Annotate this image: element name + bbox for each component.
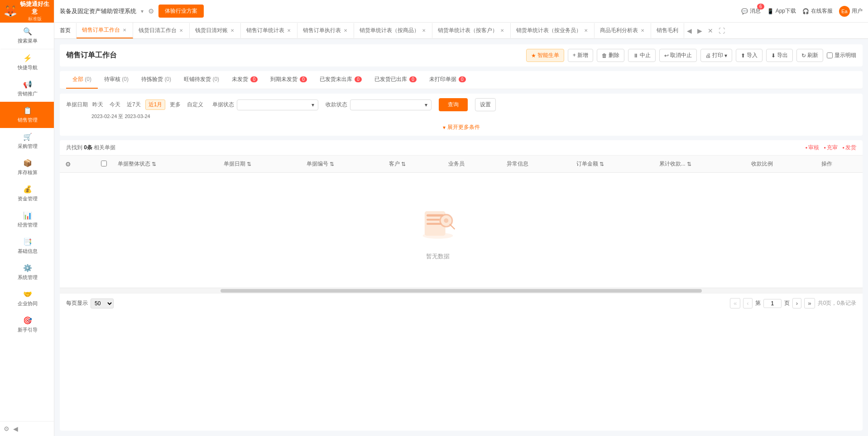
sidebar-item-purchase[interactable]: 🛒 采购管理 — [0, 128, 54, 154]
current-page-input[interactable] — [763, 299, 782, 308]
tab-sales-gross[interactable]: 销售毛利 — [651, 23, 684, 38]
sort-icon-amount[interactable]: ⇅ — [599, 161, 604, 167]
sidebar-item-enterprise[interactable]: 🤝 企业协同 — [0, 285, 54, 312]
page-size-select[interactable]: 20 50 100 200 — [91, 299, 114, 308]
tab-cash-account[interactable]: 钱货日清对账 ✕ — [190, 23, 241, 38]
settings-bottom-icon[interactable]: ⚙ — [4, 425, 10, 432]
sort-icon-status[interactable]: ⇅ — [152, 161, 156, 167]
collapse-icon[interactable]: ◀ — [13, 425, 18, 432]
sort-icon-date[interactable]: ⇅ — [247, 161, 251, 167]
sub-tab-not-shipped[interactable]: 未发货 0 — [225, 71, 264, 89]
add-button[interactable]: + 新增 — [568, 49, 593, 62]
horizontal-scrollbar[interactable] — [60, 288, 863, 293]
sidebar-item-quick-nav[interactable]: ⚡ 快捷导航 — [0, 49, 54, 76]
review-action[interactable]: 审核 — [805, 144, 819, 152]
smart-create-button[interactable]: ★ 智能生单 — [526, 49, 564, 62]
sub-tab-all[interactable]: 全部 (0) — [66, 71, 98, 89]
delete-button[interactable]: 🗑 删除 — [597, 49, 624, 62]
tab-scroll-left[interactable]: ◀ — [684, 27, 695, 34]
show-detail-checkbox[interactable]: 显示明细 — [827, 52, 856, 59]
topbar-gear-icon[interactable]: ⚙ — [148, 7, 154, 15]
sort-icon-collected[interactable]: ⇅ — [687, 161, 691, 167]
tab-sales-stats-close[interactable]: ✕ — [286, 28, 292, 33]
sidebar-item-finance[interactable]: 💰 资金管理 — [0, 180, 54, 207]
tab-sales-stats[interactable]: 销售订单统计表 ✕ — [241, 23, 297, 38]
sort-icon-customer[interactable]: ⇅ — [401, 161, 406, 167]
topbar-dropdown-arrow[interactable]: ▾ — [141, 8, 144, 14]
tab-cash-daily[interactable]: 钱货日清工作台 ✕ — [133, 23, 190, 38]
print-button[interactable]: 🖨 打印 ▾ — [700, 49, 732, 62]
industry-plan-button[interactable]: 体验行业方案 — [158, 5, 204, 18]
sidebar-item-system[interactable]: ⚙️ 系统管理 — [0, 259, 54, 285]
date-1month[interactable]: 近1月 — [145, 100, 166, 110]
sub-tab-shipped-stored[interactable]: 已发货已出库 0 — [368, 71, 423, 89]
date-yesterday[interactable]: 昨天 — [91, 100, 105, 109]
tab-by-customer-close[interactable]: ✕ — [499, 28, 505, 33]
export-button[interactable]: ⬇ 导出 — [766, 49, 793, 62]
th-settings[interactable]: ⚙ — [60, 156, 96, 173]
settings-filter-button[interactable]: 设置 — [475, 98, 496, 111]
sub-tab-shipped-not-stored[interactable]: 已发货未出库 0 — [313, 71, 368, 89]
sidebar-item-sales[interactable]: 📋 销售管理 — [0, 102, 54, 128]
sub-tab-overdue[interactable]: 到期未发货 0 — [264, 71, 313, 89]
prev-page-btn[interactable]: ‹ — [743, 298, 752, 308]
tab-fullscreen[interactable]: ⛶ — [716, 27, 728, 34]
expand-filter-btn[interactable]: ▾ 展开更多条件 — [66, 123, 856, 131]
tab-by-customer[interactable]: 销货单统计表（按客户） ✕ — [432, 23, 511, 38]
sub-tab-wangpu[interactable]: 旺铺待发货 (0) — [177, 71, 225, 89]
logo-subtitle: 标准版 — [19, 16, 50, 22]
th-checkbox[interactable] — [96, 156, 112, 173]
tab-sales-exec-close[interactable]: ✕ — [343, 28, 348, 33]
refresh-button[interactable]: ↻ 刷新 — [796, 49, 823, 62]
sidebar-item-operation[interactable]: 📊 经营管理 — [0, 207, 54, 233]
date-today[interactable]: 今天 — [108, 100, 122, 109]
tab-sales-exec[interactable]: 销售订单执行表 ✕ — [297, 23, 354, 38]
date-7days[interactable]: 近7天 — [125, 100, 143, 109]
import-button[interactable]: ⬆ 导入 — [736, 49, 762, 62]
message-btn[interactable]: 💬 消息 6 — [741, 7, 761, 15]
select-all-checkbox[interactable] — [101, 161, 107, 166]
sub-tab-pending-review[interactable]: 待审核 (0) — [98, 71, 135, 89]
tab-close-all[interactable]: ✕ — [705, 27, 716, 34]
tab-cash-daily-close[interactable]: ✕ — [178, 28, 184, 33]
last-page-btn[interactable]: » — [804, 298, 815, 308]
payment-select[interactable]: ▾ — [350, 100, 432, 110]
sidebar-item-guide[interactable]: 🎯 新手引导 — [0, 312, 54, 338]
sidebar-search[interactable]: 🔍 搜索菜单 — [0, 23, 54, 49]
scrollbar-thumb[interactable] — [221, 289, 702, 293]
delete-icon: 🗑 — [602, 52, 607, 59]
date-more[interactable]: 更多 — [168, 100, 182, 109]
tab-cash-account-close[interactable]: ✕ — [230, 28, 235, 33]
sidebar-logo: 🦊 畅捷通好生意 标准版 — [0, 0, 54, 23]
show-detail-input[interactable] — [827, 52, 833, 58]
next-page-btn[interactable]: › — [792, 298, 801, 308]
sort-icon-no[interactable]: ⇅ — [330, 161, 334, 167]
user-menu-btn[interactable]: Ea 用户 — [839, 6, 863, 17]
tab-by-product-close[interactable]: ✕ — [421, 28, 427, 33]
tab-by-staff-close[interactable]: ✕ — [583, 28, 589, 33]
sidebar-item-stock[interactable]: 📦 库存核算 — [0, 154, 54, 180]
undo-review-action[interactable]: 充审 — [824, 144, 838, 152]
sub-tab-not-printed[interactable]: 未打印单据 0 — [423, 71, 472, 89]
tab-home[interactable]: 首页 — [54, 23, 77, 38]
date-custom[interactable]: 自定义 — [185, 100, 205, 109]
cancel-suspend-button[interactable]: ↩ 取消中止 — [659, 49, 697, 62]
sub-tab-pending-check[interactable]: 待拣验货 (0) — [135, 71, 177, 89]
sidebar-item-marketing[interactable]: 📢 营销推广 — [0, 76, 54, 102]
tab-scroll-right[interactable]: ▶ — [695, 27, 705, 34]
tab-sales-order-close[interactable]: ✕ — [122, 27, 127, 33]
ship-action[interactable]: 发货 — [842, 144, 856, 152]
online-service-btn[interactable]: 🎧 在线客服 — [802, 7, 833, 15]
tab-by-staff[interactable]: 销货单统计表（按业务员） ✕ — [511, 23, 595, 38]
tab-margin[interactable]: 商品毛利分析表 ✕ — [595, 23, 651, 38]
th-collected: 累计收款...⇅ — [654, 156, 746, 173]
tab-sales-order[interactable]: 销售订单工作台 ✕ — [77, 23, 133, 38]
app-download-btn[interactable]: 📱 App下载 — [767, 7, 796, 15]
status-select[interactable]: ▾ — [237, 100, 318, 110]
query-button[interactable]: 查询 — [439, 98, 468, 111]
tab-by-product[interactable]: 销货单统计表（按商品） ✕ — [354, 23, 432, 38]
sidebar-item-basic-info[interactable]: 📑 基础信息 — [0, 233, 54, 259]
first-page-btn[interactable]: « — [730, 298, 740, 308]
tab-margin-close[interactable]: ✕ — [640, 28, 645, 33]
suspend-button[interactable]: ⏸ 中止 — [628, 49, 656, 62]
